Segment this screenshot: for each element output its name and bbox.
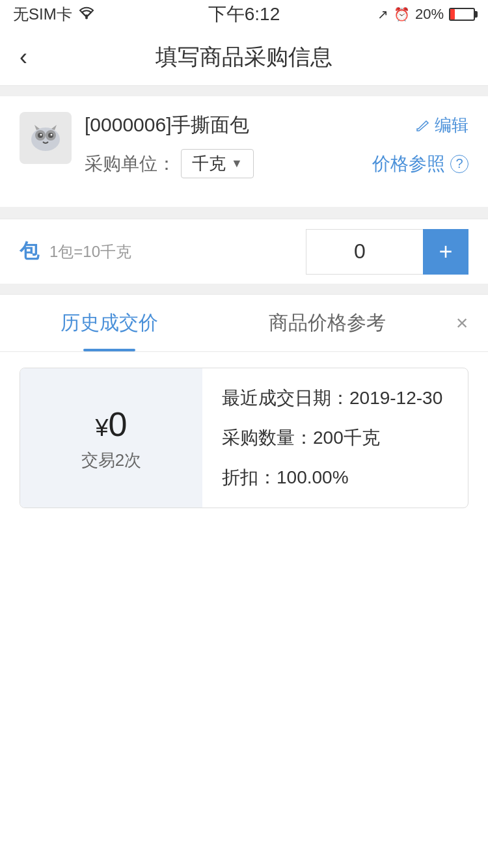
status-right-area: ↗ ⏰ 20% — [377, 6, 475, 23]
close-panel-button[interactable]: × — [436, 295, 488, 352]
edit-icon — [416, 118, 431, 133]
product-info: [0000006]手撕面包 编辑 采购单位： 千克 价格参照 — [85, 112, 468, 178]
unit-selector-group: 采购单位： 千克 — [85, 149, 254, 178]
location-icon: ↗ — [377, 7, 388, 22]
page-header: ‹ 填写商品采购信息 — [0, 29, 488, 86]
help-icon: ? — [450, 155, 468, 173]
quantity-unit-info: 包 1包=10千克 — [20, 238, 131, 265]
discount-row: 折扣：100.00% — [222, 463, 448, 493]
alarm-icon: ⏰ — [394, 7, 410, 22]
tabs-header: 历史成交价 商品价格参考 × — [0, 295, 488, 352]
wifi-icon — [77, 5, 96, 23]
svg-point-1 — [31, 128, 60, 151]
price-left-panel: ¥0 交易2次 — [20, 368, 202, 508]
svg-point-0 — [85, 17, 88, 20]
product-name: [0000006]手撕面包 — [85, 112, 249, 139]
product-section: [0000006]手撕面包 编辑 采购单位： 千克 价格参照 — [0, 96, 488, 207]
quantity-section: 包 1包=10千克 + — [0, 219, 488, 284]
battery-icon — [449, 8, 475, 21]
page-title: 填写商品采购信息 — [156, 42, 332, 72]
status-time: 下午6:12 — [208, 2, 280, 27]
section-divider — [0, 207, 488, 217]
price-right-panel: 最近成交日期：2019-12-30 采购数量：200千克 折扣：100.00% — [202, 368, 468, 508]
product-image — [20, 112, 72, 164]
plus-button[interactable]: + — [423, 229, 468, 275]
battery-percent: 20% — [415, 6, 444, 23]
svg-point-6 — [40, 134, 42, 136]
quantity-input[interactable] — [306, 229, 423, 275]
unit-row: 采购单位： 千克 价格参照 ? — [85, 149, 468, 178]
back-button[interactable]: ‹ — [20, 44, 27, 71]
product-top-row: [0000006]手撕面包 编辑 采购单位： 千克 价格参照 — [20, 112, 468, 178]
edit-button[interactable]: 编辑 — [416, 114, 468, 137]
tab-price-reference[interactable]: 商品价格参考 — [218, 295, 436, 351]
unit-select[interactable]: 千克 — [181, 149, 254, 178]
status-network: 无SIM卡 — [13, 4, 96, 25]
quantity-controls: + — [306, 229, 468, 275]
tabs-section: 历史成交价 商品价格参考 × ¥0 交易2次 最近成交日期：2019-12-30… — [0, 294, 488, 524]
svg-point-7 — [51, 134, 53, 136]
price-amount: ¥0 — [96, 405, 128, 444]
recent-date-row: 最近成交日期：2019-12-30 — [222, 384, 448, 413]
price-card-container: ¥0 交易2次 最近成交日期：2019-12-30 采购数量：200千克 折扣：… — [0, 352, 488, 524]
tab-active-indicator — [83, 349, 135, 351]
status-bar: 无SIM卡 下午6:12 ↗ ⏰ 20% — [0, 0, 488, 29]
tab-history-price[interactable]: 历史成交价 — [0, 295, 218, 351]
price-card: ¥0 交易2次 最近成交日期：2019-12-30 采购数量：200千克 折扣：… — [20, 368, 468, 508]
product-logo-icon — [26, 118, 65, 157]
product-name-row: [0000006]手撕面包 编辑 — [85, 112, 468, 139]
trade-count: 交易2次 — [81, 449, 141, 472]
price-reference-button[interactable]: 价格参照 ? — [372, 152, 468, 176]
bottom-space — [0, 524, 488, 868]
no-sim-text: 无SIM卡 — [13, 4, 72, 25]
purchase-qty-row: 采购数量：200千克 — [222, 424, 448, 453]
